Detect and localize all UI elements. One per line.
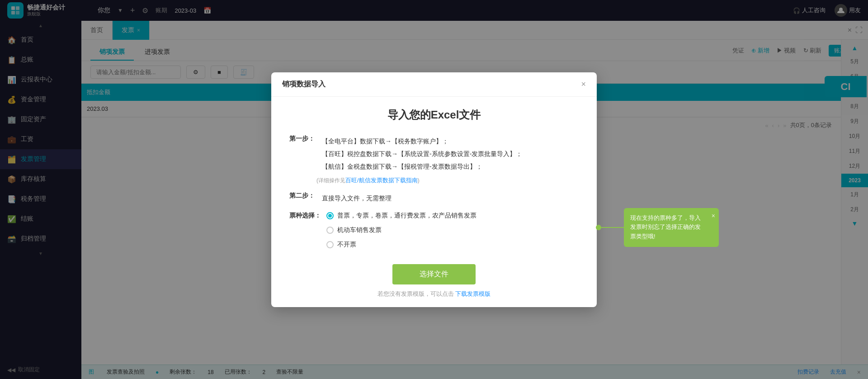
step2-label: 第二步： (289, 192, 316, 204)
tooltip-dot (596, 225, 601, 230)
modal-header: 销项数据导入 × (271, 72, 597, 97)
ticket-label: 票种选择： (289, 212, 321, 220)
radio-row-noticket: 不开票 (326, 241, 476, 249)
tooltip-bubble: 现在支持的票种多了，导入发票时别忘了选择正确的发票类型哦! × (624, 208, 719, 247)
step2-row: 第二步： 直接导入文件，无需整理 (289, 192, 579, 204)
radio-vehicle-label: 机动车销售发票 (337, 226, 382, 234)
radio-noticket[interactable] (326, 241, 334, 248)
step1-content: 【全电平台】数据下载→【税务数字账户】； 【百旺】税控盘数据下载→【系统设置-系… (322, 135, 522, 173)
radio-noticket-label: 不开票 (337, 241, 356, 249)
import-modal: 销项数据导入 × 导入您的Excel文件 第一步： 【全电平台】数据下载→【税务… (271, 72, 597, 307)
radio-general-label: 普票，专票，卷票，通行费发票，农产品销售发票 (337, 212, 476, 220)
ticket-selection-row: 票种选择： 普票，专票，卷票，通行费发票，农产品销售发票 机动车销售发票 不开票 (289, 212, 579, 255)
modal-close-button[interactable]: × (581, 80, 586, 89)
tooltip-text: 现在支持的票种多了，导入发票时别忘了选择正确的发票类型哦! (630, 214, 701, 240)
step1-label: 第一步： (289, 135, 316, 173)
radio-vehicle[interactable] (326, 227, 334, 234)
tooltip-close-btn[interactable]: × (712, 211, 715, 221)
footer-note-text: 若您没有发票模版，可以点击 (377, 290, 454, 297)
step1-note: (详细操作见百旺/航信发票数据下载指南) (316, 176, 579, 185)
tooltip-line (601, 227, 624, 228)
step1-line1: 【全电平台】数据下载→【税务数字账户】； (322, 135, 522, 147)
modal-footer-note: 若您没有发票模版，可以点击 下载发票模版 (289, 290, 579, 298)
modal-overlay: 销项数据导入 × 导入您的Excel文件 第一步： 【全电平台】数据下载→【税务… (0, 0, 868, 379)
radio-group: 普票，专票，卷票，通行费发票，农产品销售发票 机动车销售发票 不开票 (326, 212, 476, 255)
radio-general[interactable] (326, 212, 334, 219)
step2-content: 直接导入文件，无需整理 (322, 192, 392, 204)
download-template-link[interactable]: 下载发票模版 (455, 290, 491, 297)
radio-row-vehicle: 机动车销售发票 (326, 226, 476, 234)
step1-row: 第一步： 【全电平台】数据下载→【税务数字账户】； 【百旺】税控盘数据下载→【系… (289, 135, 579, 173)
modal-body: 导入您的Excel文件 第一步： 【全电平台】数据下载→【税务数字账户】； 【百… (271, 97, 597, 307)
step1-line3: 【航信】金税盘数据下载→【报税管理-发票数据导出】； (322, 160, 522, 173)
modal-title: 销项数据导入 (282, 80, 326, 89)
guide-link[interactable]: 百旺/航信发票数据下载指南 (345, 177, 418, 184)
radio-row-general: 普票，专票，卷票，通行费发票，农产品销售发票 (326, 212, 476, 220)
modal-main-title: 导入您的Excel文件 (289, 108, 579, 122)
select-file-button[interactable]: 选择文件 (392, 264, 476, 284)
tooltip-connector (596, 225, 624, 230)
step1-line2: 【百旺】税控盘数据下载→【系统设置-系统参数设置-发票批量导入】； (322, 147, 522, 160)
tooltip-container: 现在支持的票种多了，导入发票时别忘了选择正确的发票类型哦! × (596, 208, 719, 247)
